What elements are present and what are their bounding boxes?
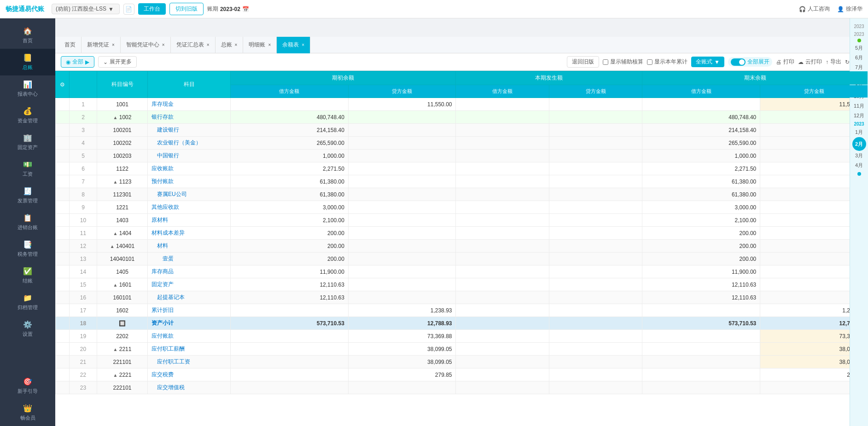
- row-settings-icon[interactable]: [56, 227, 70, 240]
- subject-name[interactable]: 应交增值税: [148, 381, 231, 394]
- row-settings-icon[interactable]: [56, 356, 70, 368]
- expand-more-button[interactable]: ⌄ 展开更多: [98, 56, 137, 68]
- row-settings-icon[interactable]: [56, 240, 70, 253]
- row-settings-icon[interactable]: [56, 150, 70, 162]
- subject-name[interactable]: 起提基记本: [148, 291, 231, 304]
- switch-old-button[interactable]: 切到旧版: [169, 3, 204, 15]
- auxiliary-checkbox-input[interactable]: [603, 59, 608, 65]
- rp-month-12[interactable]: 12月: [850, 111, 868, 121]
- subject-name[interactable]: 赛属EU公司: [148, 188, 231, 201]
- row-settings-icon[interactable]: [56, 201, 70, 214]
- row-settings-icon[interactable]: [56, 111, 70, 124]
- rp-month-4[interactable]: 4月: [850, 161, 868, 170]
- workbench-button[interactable]: 工作台: [138, 3, 166, 15]
- tab-close-icon[interactable]: ×: [162, 42, 165, 47]
- subject-name[interactable]: 应收账款: [148, 162, 231, 175]
- doc-icon[interactable]: 📄: [123, 4, 134, 15]
- sidebar-item-guide[interactable]: 🎯 新手引导: [0, 373, 55, 399]
- tab-general-ledger[interactable]: 总账 ×: [216, 37, 244, 53]
- subject-name[interactable]: 农业银行（美金）: [148, 137, 231, 150]
- subject-name[interactable]: 应交税费: [148, 368, 231, 381]
- sidebar-item-member[interactable]: 👑 畅会员: [0, 399, 55, 426]
- calendar-icon[interactable]: 📅: [242, 6, 249, 12]
- row-settings-icon[interactable]: [56, 330, 70, 343]
- row-settings-icon[interactable]: [56, 162, 70, 175]
- subject-name[interactable]: 资产小计: [148, 317, 231, 330]
- sidebar-item-archive[interactable]: 📁 归档管理: [0, 289, 55, 316]
- subject-name[interactable]: 累计折旧: [148, 304, 231, 317]
- row-settings-icon[interactable]: [56, 381, 70, 394]
- subject-name[interactable]: 建设银行: [148, 124, 231, 137]
- row-settings-icon[interactable]: [56, 291, 70, 304]
- subject-name[interactable]: 壹蛋: [148, 253, 231, 265]
- subject-name[interactable]: 其他应收款: [148, 201, 231, 214]
- cloud-print-button[interactable]: ☁ 云打印: [798, 58, 822, 66]
- sidebar-item-ledger[interactable]: 📒 总账: [0, 49, 55, 75]
- subject-name[interactable]: 应付职工薪酬: [148, 343, 231, 356]
- ytd-checkbox-input[interactable]: [647, 59, 652, 65]
- tab-new-voucher[interactable]: 新增凭证 ×: [82, 37, 121, 53]
- sidebar-item-reports[interactable]: 📊 报表中心: [0, 75, 55, 102]
- sidebar-item-settle[interactable]: ✅ 结账: [0, 262, 55, 289]
- company-selector[interactable]: (劝前) 江西股垒-LSS ▼: [52, 4, 120, 14]
- format-button[interactable]: 全账式 ▼: [691, 57, 724, 67]
- sidebar-item-tax[interactable]: 📑 税务管理: [0, 236, 55, 262]
- sidebar-item-assets[interactable]: 🏢 固定资产: [0, 129, 55, 155]
- subject-name[interactable]: 应付账款: [148, 330, 231, 343]
- subject-name[interactable]: 中国银行: [148, 150, 231, 162]
- row-settings-icon[interactable]: [56, 317, 70, 330]
- tab-home[interactable]: 首页: [59, 37, 82, 53]
- subject-name[interactable]: 原材料: [148, 214, 231, 227]
- subject-name[interactable]: 材料成本差异: [148, 227, 231, 240]
- tab-close-icon[interactable]: ×: [268, 42, 271, 47]
- subject-name[interactable]: 应付职工工资: [148, 356, 231, 368]
- tab-voucher-summary[interactable]: 凭证汇总表 ×: [171, 37, 216, 53]
- show-auxiliary-checkbox[interactable]: 显示辅助核算: [603, 58, 643, 66]
- settings-header[interactable]: ⚙: [56, 71, 70, 98]
- tab-close-icon[interactable]: ×: [302, 42, 304, 47]
- tab-close-icon[interactable]: ×: [112, 42, 115, 47]
- subject-name[interactable]: 预付账款: [148, 175, 231, 188]
- row-settings-icon[interactable]: [56, 343, 70, 356]
- row-settings-icon[interactable]: [56, 175, 70, 188]
- row-settings-icon[interactable]: [56, 214, 70, 227]
- sidebar-item-home[interactable]: 🏠 首页: [0, 22, 55, 49]
- tab-smart-voucher[interactable]: 智能凭证中心 ×: [121, 37, 171, 53]
- rp-month-11[interactable]: 11月: [850, 101, 868, 111]
- sidebar-item-sales[interactable]: 📋 进销台账: [0, 209, 55, 236]
- row-settings-icon[interactable]: [56, 278, 70, 291]
- balance-table-wrapper[interactable]: ⚙ 科目编号 科目 期初余额 本期发生额 期末余额 借方金额 贷方金额 借方金额…: [55, 71, 868, 426]
- row-settings-icon[interactable]: [56, 304, 70, 317]
- export-button[interactable]: ↑ 导出: [826, 58, 841, 66]
- tab-close-icon[interactable]: ×: [207, 42, 210, 47]
- tab-balance-sheet[interactable]: 余额表 ×: [277, 37, 310, 53]
- row-settings-icon[interactable]: [56, 124, 70, 137]
- toggle-switch[interactable]: [731, 58, 746, 66]
- subject-name[interactable]: 材料: [148, 240, 231, 253]
- row-settings-icon[interactable]: [56, 265, 70, 278]
- show-ytd-checkbox[interactable]: 显示本年累计: [647, 58, 687, 66]
- sidebar-item-settings[interactable]: ⚙️ 设置: [0, 316, 55, 342]
- rp-month-2-active[interactable]: 2月: [852, 137, 866, 151]
- tab-close-icon[interactable]: ×: [235, 42, 238, 47]
- sidebar-item-salary[interactable]: 💵 工资: [0, 155, 55, 182]
- row-settings-icon[interactable]: [56, 137, 70, 150]
- rp-month-3[interactable]: 3月: [850, 151, 868, 161]
- row-settings-icon[interactable]: [56, 368, 70, 381]
- return-old-button[interactable]: 退回旧版: [567, 56, 599, 68]
- tab-detail-ledger[interactable]: 明细账 ×: [243, 37, 277, 53]
- row-settings-icon[interactable]: [56, 188, 70, 201]
- row-settings-icon[interactable]: [56, 253, 70, 265]
- sidebar-item-invoice[interactable]: 🧾 发票管理: [0, 182, 55, 209]
- filter-all-button[interactable]: ◉ 全部 ▶: [61, 56, 94, 68]
- subject-name[interactable]: 固定资产: [148, 278, 231, 291]
- subject-name[interactable]: 库存商品: [148, 265, 231, 278]
- print-button[interactable]: 🖨 打印: [776, 58, 794, 66]
- subject-name[interactable]: 银行存款: [148, 111, 231, 124]
- rp-month-1[interactable]: 1月: [850, 127, 868, 137]
- sidebar-item-funds[interactable]: 💰 资金管理: [0, 102, 55, 129]
- user-profile[interactable]: 👤 徐泽华: [837, 5, 862, 13]
- consult-btn[interactable]: 🎧 人工咨询: [799, 5, 830, 13]
- row-settings-icon[interactable]: [56, 98, 70, 111]
- subject-name[interactable]: 库存现金: [148, 98, 231, 111]
